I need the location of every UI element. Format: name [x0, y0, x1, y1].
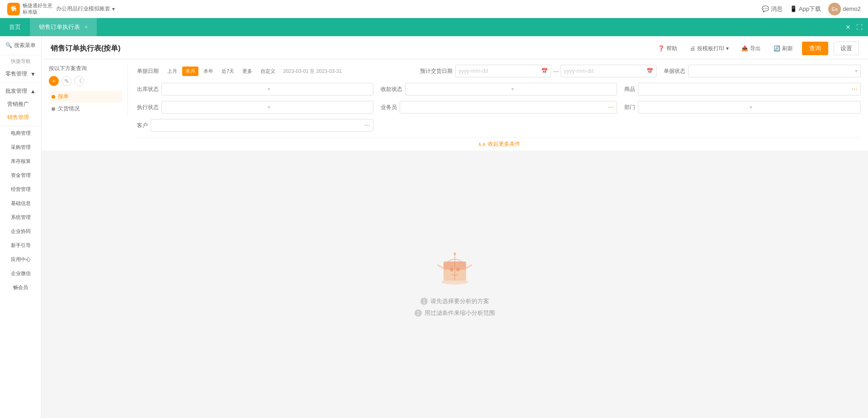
- message-btn[interactable]: 💬 消息: [762, 5, 783, 13]
- filter-collapse-icon: 《: [76, 77, 82, 85]
- filter-edit-btn[interactable]: ✎: [61, 76, 71, 86]
- tab-close-icon[interactable]: ×: [85, 24, 88, 30]
- date-btn-custom[interactable]: 自定义: [257, 66, 278, 76]
- filter-item-shortage[interactable]: 欠货情况: [49, 103, 122, 115]
- filter-item-orders[interactable]: 按单: [49, 90, 122, 103]
- sidebar-item-retail[interactable]: 零售管理 ▼: [0, 67, 41, 81]
- settings-btn[interactable]: 设置: [834, 42, 859, 55]
- customer-input[interactable]: ···: [151, 119, 373, 132]
- expected-date-start[interactable]: 📅: [455, 65, 551, 77]
- query-btn[interactable]: 查询: [802, 42, 828, 55]
- sidebar-item-basic-info[interactable]: 基础信息: [0, 196, 41, 210]
- nav-close-icon[interactable]: ✕: [844, 22, 853, 33]
- collapse-chevron: ∧∧: [478, 141, 486, 147]
- sidebar-item-sales[interactable]: 销售管理: [0, 111, 41, 124]
- collapse-btn[interactable]: ∧∧ 收起更多条件: [478, 140, 520, 148]
- sidebar-ecommerce-label: 电商管理: [11, 130, 31, 137]
- sidebar-item-inventory[interactable]: 库存核算: [0, 154, 41, 168]
- order-status-select[interactable]: ▾: [688, 65, 861, 77]
- sidebar-item-ecommerce[interactable]: 电商管理: [0, 126, 41, 140]
- sidebar-item-marketing[interactable]: 营销推广: [0, 98, 41, 111]
- avatar-initial: Ea: [832, 6, 838, 12]
- execution-select[interactable]: ▾: [161, 101, 373, 114]
- date-label: 单据日期: [137, 67, 159, 75]
- collapse-bar: ∧∧ 收起更多条件: [137, 137, 861, 151]
- expected-date-end[interactable]: 📅: [561, 65, 656, 77]
- execution-arrow: ▾: [268, 104, 371, 110]
- refresh-label: 刷新: [782, 45, 793, 52]
- goods-input[interactable]: ···: [638, 83, 861, 95]
- salesperson-ellipsis[interactable]: ···: [608, 103, 614, 111]
- tab-sales-order[interactable]: 销售订单执行表 ×: [30, 18, 97, 36]
- sidebar-item-finance[interactable]: 资金管理: [0, 168, 41, 182]
- message-label: 消息: [771, 5, 783, 13]
- sidebar-item-system[interactable]: 系统管理: [0, 210, 41, 224]
- sidebar-business-label: 经营管理: [11, 186, 31, 193]
- sidebar-item-wholesale[interactable]: 批发管理 ▲: [0, 85, 41, 98]
- help-btn[interactable]: ❓ 帮助: [654, 43, 681, 54]
- sidebar-wholesale-label: 批发管理: [5, 87, 27, 95]
- customer-ellipsis[interactable]: ···: [364, 121, 370, 129]
- calendar-icon-end: 📅: [646, 68, 653, 74]
- sidebar-item-appcenter[interactable]: 应用中心: [0, 252, 41, 266]
- hint2-text: 用过滤条件来缩小分析范围: [425, 309, 495, 317]
- filter-items-list: 按单 欠货情况: [49, 90, 122, 115]
- customer-input-field[interactable]: [154, 122, 364, 128]
- date-btn-7days[interactable]: 近7天: [218, 66, 237, 76]
- salesperson-input-field[interactable]: [403, 104, 608, 110]
- help-icon: ❓: [658, 45, 665, 52]
- sidebar-finance-label: 资金管理: [11, 172, 31, 179]
- svg-line-8: [438, 265, 443, 268]
- date-range-text: 2023-03-01 至 2023-03-31: [283, 68, 342, 75]
- hint2-num: 2: [415, 309, 422, 317]
- sidebar-item-purchase[interactable]: 采购管理: [0, 140, 41, 154]
- department-arrow: ▾: [750, 104, 858, 110]
- department-select[interactable]: ▾: [638, 101, 861, 114]
- app-download-btn[interactable]: 📱 App下载: [790, 5, 821, 13]
- date-btn-lastmonth[interactable]: 上月: [164, 66, 180, 76]
- filter-section-title: 按以下方案查询: [49, 65, 122, 72]
- sidebar-item-enterprise[interactable]: 企业协同: [0, 224, 41, 238]
- sidebar-search[interactable]: 🔍 搜索菜单: [3, 40, 38, 51]
- sidebar-item-newuser[interactable]: 新手引导: [0, 238, 41, 252]
- filter-row-2: 出库状态 ▾ 收款状态 ▾: [137, 83, 861, 95]
- logo-area: 畅 畅捷通好生意 标准版: [7, 3, 52, 15]
- date-btn-thisyear[interactable]: 本年: [200, 66, 217, 76]
- goods-input-field[interactable]: [641, 86, 852, 92]
- sidebar-basic-label: 基础信息: [11, 200, 31, 207]
- field-group-payment: 收款状态 ▾: [381, 83, 617, 95]
- print-btn[interactable]: 🖨 按模板打印 ▾: [686, 43, 732, 54]
- breadcrumb-area[interactable]: 办公用品行业模拟账套 ▾: [56, 5, 115, 13]
- filter-add-btn[interactable]: +: [49, 76, 59, 86]
- sidebar-item-wechat[interactable]: 企业微信: [0, 266, 41, 280]
- sidebar-item-business[interactable]: 经营管理: [0, 182, 41, 196]
- date-btn-thismonth[interactable]: 本月: [182, 66, 198, 76]
- sidebar-section-retail: 零售管理 ▼: [0, 66, 41, 83]
- date-btn-more[interactable]: 更多: [239, 66, 255, 76]
- export-btn[interactable]: 📤 导出: [738, 43, 764, 54]
- filter-right-panel: 单据日期 上月 本月 本年 近7天 更多 自定义 20: [128, 65, 861, 151]
- field-group-salesperson: 业务员 ···: [381, 101, 617, 114]
- shipment-select[interactable]: ▾: [161, 83, 373, 95]
- filter-item-orders-label: 按单: [58, 93, 69, 100]
- svg-point-5: [456, 268, 460, 271]
- app-download-icon: 📱: [790, 5, 797, 12]
- expected-date-end-input[interactable]: [564, 68, 646, 74]
- sidebar-section-wholesale: 批发管理 ▲ 营销推广 销售管理: [0, 83, 41, 126]
- goods-ellipsis[interactable]: ···: [852, 85, 858, 93]
- sidebar-inventory-label: 库存核算: [11, 158, 31, 165]
- payment-select[interactable]: ▾: [405, 83, 617, 95]
- expected-date-start-input[interactable]: [458, 68, 541, 74]
- field-group-expected-date: 预计交货日期 📅 — 📅: [420, 65, 656, 77]
- nav-expand-icon[interactable]: ⛶: [854, 22, 864, 33]
- collapse-label: 收起更多条件: [488, 140, 520, 148]
- logo-abbr: 畅: [11, 5, 16, 13]
- sidebar-item-member[interactable]: 畅会员: [0, 280, 41, 294]
- settings-label: 设置: [840, 45, 852, 52]
- goods-label: 商品: [624, 86, 635, 93]
- tab-home[interactable]: 首页: [0, 18, 30, 36]
- salesperson-input[interactable]: ···: [400, 101, 617, 114]
- refresh-btn[interactable]: 🔄 刷新: [770, 43, 797, 54]
- filter-collapse-left-btn[interactable]: 《: [74, 76, 84, 86]
- user-area[interactable]: Ea demo2: [828, 3, 861, 15]
